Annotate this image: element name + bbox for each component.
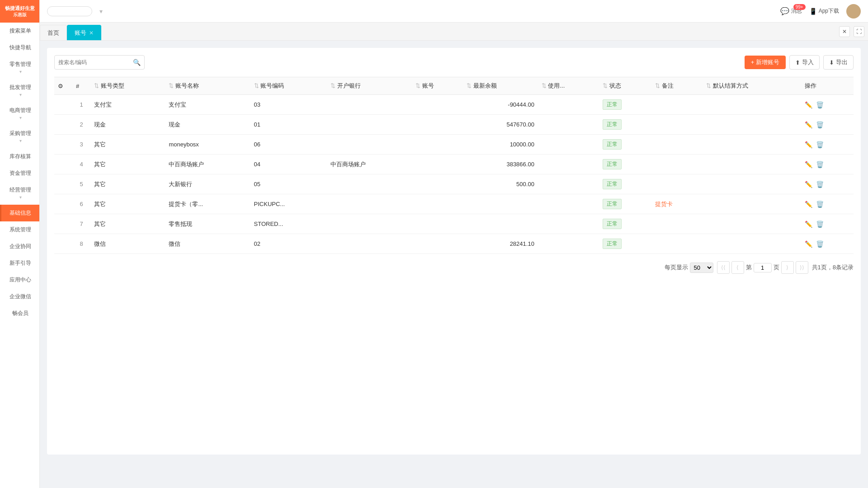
edit-icon-6[interactable]: ✏️ <box>805 221 812 228</box>
app-download-button[interactable]: 📱 App下载 <box>809 7 839 15</box>
cell-account-4 <box>412 174 463 194</box>
tab-account-label: 账号 <box>75 29 86 37</box>
page-navigation: ⟨⟨ ⟨ 第 页 ⟩ ⟩⟩ <box>717 261 808 274</box>
cell-bank-2 <box>327 135 412 155</box>
col-account[interactable]: ⇅ 账号 <box>412 77 463 95</box>
cell-settlement-6 <box>703 214 801 234</box>
sidebar-item-app-center[interactable]: 应用中心 <box>0 272 39 288</box>
user-avatar[interactable] <box>846 4 861 19</box>
search-icon[interactable]: 🔍 <box>133 59 141 66</box>
sidebar-item-ecommerce[interactable]: 电商管理▾ <box>0 102 39 125</box>
sidebar-item-system[interactable]: 系统管理 <box>0 221 39 238</box>
edit-icon-5[interactable]: ✏️ <box>805 201 812 208</box>
cell-action-7: ✏️ 🗑️ <box>801 234 854 254</box>
cell-action-0: ✏️ 🗑️ <box>801 95 854 115</box>
tab-account[interactable]: 账号 ✕ <box>67 25 101 40</box>
col-bank[interactable]: ⇅ 开户银行 <box>327 77 412 95</box>
edit-icon-4[interactable]: ✏️ <box>805 181 812 188</box>
chevron-icon: ▾ <box>19 138 22 143</box>
sidebar-item-label: 搜索菜单 <box>1 27 39 35</box>
topbar-msg-button[interactable]: 💬 消息 99+ <box>780 7 802 15</box>
cell-type-0: 支付宝 <box>90 95 165 115</box>
per-page-select[interactable]: 50 20 100 <box>690 263 713 273</box>
toolbar: 🔍 + 新增账号 ⬆ 导入 ⬇ 导出 <box>54 55 854 70</box>
col-code[interactable]: ⇅ 账号编码 <box>250 77 327 95</box>
col-default-settlement[interactable]: ⇅ 默认结算方式 <box>703 77 801 95</box>
table-row: 5 其它 大新银行 05 500.00 正常 ✏️ 🗑️ <box>54 174 854 194</box>
page-prev-button[interactable]: ⟨ <box>731 261 744 274</box>
search-input[interactable] <box>58 59 133 66</box>
delete-icon-0[interactable]: 🗑️ <box>816 101 824 108</box>
cell-name-1: 现金 <box>165 115 250 135</box>
sidebar-item-guide[interactable]: 新手引导 <box>0 255 39 272</box>
sort-icon-bank: ⇅ <box>330 82 335 89</box>
sidebar-item-label: 快捷导航 <box>1 44 39 52</box>
cell-settlement-5 <box>703 194 801 214</box>
cell-code-6: STORED... <box>250 214 327 234</box>
topbar-dropdown-icon[interactable]: ▾ <box>99 8 103 15</box>
status-badge: 正常 <box>603 99 622 110</box>
message-icon: 💬 <box>780 7 789 15</box>
col-type[interactable]: ⇅ 账号类型 <box>90 77 165 95</box>
sidebar-item-quick-nav[interactable]: 快捷导航 <box>0 39 39 56</box>
topbar-search-input[interactable] <box>47 6 92 16</box>
sidebar-item-label: 企业微信 <box>1 293 39 300</box>
delete-icon-6[interactable]: 🗑️ <box>816 221 824 228</box>
cell-action-2: ✏️ 🗑️ <box>801 135 854 155</box>
pagination: 每页显示 50 20 100 ⟨⟨ ⟨ 第 页 ⟩ ⟩⟩ 共1页，8条记 <box>54 254 854 274</box>
tab-account-close[interactable]: ✕ <box>89 30 94 36</box>
tab-home[interactable]: 首页 <box>40 25 67 40</box>
cell-usage-7 <box>538 234 599 254</box>
cell-index-6: 7 <box>72 214 90 234</box>
table-row: 4 其它 中百商场账户 04 中百商场账户 383866.00 正常 ✏️ 🗑️ <box>54 155 854 174</box>
sidebar-item-finance[interactable]: 资金管理 <box>0 165 39 182</box>
cell-index-5: 6 <box>72 194 90 214</box>
page-first-button[interactable]: ⟨⟨ <box>717 261 730 274</box>
export-button[interactable]: ⬇ 导出 <box>823 55 854 70</box>
col-remark[interactable]: ⇅ 备注 <box>651 77 703 95</box>
col-settings[interactable]: ⚙ <box>54 77 72 95</box>
sidebar-item-member[interactable]: 畅会员 <box>0 305 39 322</box>
delete-icon-1[interactable]: 🗑️ <box>816 121 824 128</box>
col-name[interactable]: ⇅ 账号名称 <box>165 77 250 95</box>
sidebar-item-retail[interactable]: 零售管理▾ <box>0 56 39 79</box>
sidebar-item-wholesale[interactable]: 批发管理▾ <box>0 79 39 102</box>
import-button[interactable]: ⬆ 导入 <box>789 55 820 70</box>
col-action: 操作 <box>801 77 854 95</box>
cell-usage-6 <box>538 214 599 234</box>
tab-close-all-button[interactable]: ✕ <box>839 26 850 37</box>
sidebar-item-basic[interactable]: 基础信息 <box>0 205 39 221</box>
page-next-button[interactable]: ⟩ <box>781 261 794 274</box>
edit-icon-1[interactable]: ✏️ <box>805 121 812 128</box>
sidebar-item-purchase[interactable]: 采购管理▾ <box>0 125 39 148</box>
col-status[interactable]: ⇅ 状态 <box>599 77 651 95</box>
edit-icon-3[interactable]: ✏️ <box>805 161 812 168</box>
delete-icon-2[interactable]: 🗑️ <box>816 141 824 148</box>
sidebar-item-agreement[interactable]: 企业协同 <box>0 238 39 255</box>
tab-fullscreen-button[interactable]: ⛶ <box>854 26 864 37</box>
app-label: App下载 <box>819 7 839 15</box>
delete-icon-4[interactable]: 🗑️ <box>816 181 824 188</box>
sidebar-item-inventory[interactable]: 库存核算 <box>0 148 39 165</box>
delete-icon-5[interactable]: 🗑️ <box>816 201 824 208</box>
col-usage[interactable]: ⇅ 使用... <box>538 77 599 95</box>
page-last-button[interactable]: ⟩⟩ <box>796 261 808 274</box>
status-badge: 正常 <box>603 199 622 209</box>
table-body: 1 支付宝 支付宝 03 -90444.00 正常 ✏️ 🗑️ 2 现金 现金 … <box>54 95 854 254</box>
sidebar-item-search-menu[interactable]: 搜索菜单 <box>0 23 39 39</box>
sidebar-item-wechat[interactable]: 企业微信 <box>0 288 39 305</box>
cell-status-0: 正常 <box>599 95 651 115</box>
edit-icon-7[interactable]: ✏️ <box>805 240 812 248</box>
delete-icon-3[interactable]: 🗑️ <box>816 161 824 168</box>
delete-icon-7[interactable]: 🗑️ <box>816 240 824 248</box>
edit-icon-2[interactable]: ✏️ <box>805 141 812 148</box>
cell-index-7: 8 <box>72 234 90 254</box>
sidebar-item-operation[interactable]: 经营管理▾ <box>0 182 39 205</box>
page-number-input[interactable] <box>754 263 772 272</box>
table-row: 2 现金 现金 01 547670.00 正常 ✏️ 🗑️ <box>54 115 854 135</box>
sidebar: 畅捷通好生意 乐惠版 搜索菜单快捷导航零售管理▾批发管理▾电商管理▾采购管理▾库… <box>0 0 40 488</box>
cell-remark-3 <box>651 155 703 174</box>
add-account-button[interactable]: + 新增账号 <box>745 56 786 69</box>
edit-icon-0[interactable]: ✏️ <box>805 101 812 108</box>
col-balance[interactable]: ⇅ 最新余额 <box>463 77 538 95</box>
